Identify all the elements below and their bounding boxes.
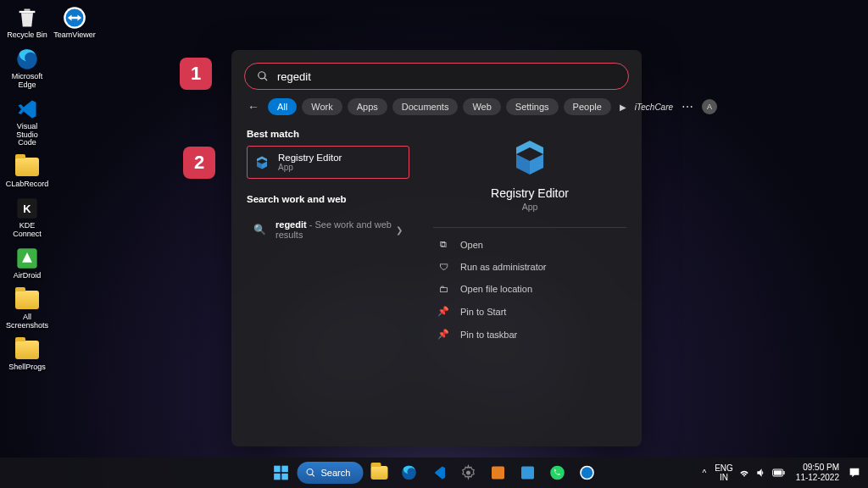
language-indicator[interactable]: ENGIN [715,463,733,482]
icon-label: KDE Connect [7,222,47,239]
pin-icon: 📌 [437,306,450,317]
svg-rect-9 [281,474,288,480]
search-results-body: Best match Registry Editor App Search wo… [231,122,642,446]
filter-all[interactable]: All [268,98,297,115]
folder-icon [14,337,40,363]
desktop-icon-teamviewer[interactable]: TeamViewer [53,3,97,42]
action-run-admin[interactable]: 🛡Run as administrator [433,256,626,278]
svg-rect-8 [274,474,281,480]
svg-point-11 [466,471,470,475]
registry-editor-large-icon [509,137,550,178]
taskbar-center: Search [268,459,601,486]
desktop-icons-col2: TeamViewer [53,3,97,42]
web-search-text: regedit - See work and web results [275,219,396,240]
more-options-button[interactable]: ⋯ [682,100,693,114]
folder-icon [14,287,40,313]
action-pin-taskbar[interactable]: 📌Pin to taskbar [433,323,626,346]
icon-label: All Screenshots [6,313,48,330]
system-tray-expand[interactable]: ^ [698,465,709,481]
open-icon: ⧉ [437,239,450,250]
best-match-title: Registry Editor [278,152,342,163]
best-match-header: Best match [247,129,409,139]
chevron-right-icon: ❯ [396,225,403,235]
icon-label: Visual Studio Code [7,123,47,148]
vscode-icon [14,97,40,122]
svg-point-14 [550,466,565,480]
taskbar-app1[interactable] [485,459,512,486]
desktop-icon-kde-connect[interactable]: K KDE Connect [5,194,49,241]
taskbar-settings[interactable] [455,459,482,486]
taskbar-search-button[interactable]: Search [298,462,364,484]
action-pin-start[interactable]: 📌Pin to Start [433,300,626,323]
filter-settings[interactable]: Settings [506,98,559,115]
svg-rect-12 [492,467,504,480]
filter-more-arrow[interactable]: ▶ [616,103,630,112]
annotation-step-2: 2 [183,147,215,179]
user-avatar[interactable]: A [702,99,717,114]
desktop-icon-all-screenshots[interactable]: All Screenshots [5,286,49,332]
clock[interactable]: 09:50 PM11-12-2022 [796,463,839,483]
airdroid-icon [14,246,40,271]
svg-rect-19 [774,470,782,474]
taskbar-explorer[interactable] [366,459,393,486]
filter-web[interactable]: Web [463,98,500,115]
battery-icon[interactable] [772,468,786,478]
icon-label: ShellProgs [8,363,46,372]
back-button[interactable]: ← [244,98,263,115]
taskbar-right: ^ ENGIN 09:50 PM11-12-2022 [698,463,868,483]
work-web-header: Search work and web [247,194,409,204]
desktop-icon-vscode[interactable]: Visual Studio Code [5,95,49,150]
search-icon: 🔍 [253,224,265,236]
filter-apps[interactable]: Apps [348,98,387,115]
taskbar-vscode[interactable] [426,459,453,486]
svg-rect-13 [521,467,534,480]
registry-editor-icon [254,155,270,170]
desktop-icons-col1: Recycle Bin Microsoft Edge Visual Studio… [5,3,49,374]
taskbar-whatsapp[interactable] [544,459,571,486]
search-preview-pane: Registry Editor App ⧉Open 🛡Run as admini… [418,122,642,446]
folder-icon [14,154,40,180]
desktop-icon-airdroid[interactable]: AirDroid [5,244,49,282]
taskbar: Search ^ ENGIN 09:50 PM11-12-2022 [0,458,868,488]
svg-rect-7 [281,466,288,473]
desktop-icon-recycle-bin[interactable]: Recycle Bin [5,3,49,42]
search-icon [257,70,269,82]
filter-people[interactable]: People [564,98,611,115]
volume-icon[interactable] [755,467,767,479]
pin-icon: 📌 [437,329,450,340]
icon-label: CLabRecord [6,180,49,189]
search-input-container[interactable] [244,63,629,90]
search-input[interactable] [277,70,616,83]
start-button[interactable] [268,459,295,486]
kde-icon: K [14,196,40,221]
taskbar-teamviewer[interactable] [574,459,601,486]
shield-icon: 🛡 [437,262,450,272]
icon-label: AirDroid [14,272,42,280]
desktop-icon-clabrecord[interactable]: CLabRecord [5,152,49,191]
notification-icon[interactable] [848,466,861,480]
action-open[interactable]: ⧉Open [433,233,626,256]
preview-title: Registry Editor [433,186,626,200]
best-match-subtitle: App [278,163,342,172]
taskbar-edge[interactable] [396,459,423,486]
brand-label: iTechCare [635,103,673,112]
annotation-step-1: 1 [180,58,212,90]
edge-icon [14,47,40,72]
icon-label: Microsoft Edge [7,73,47,90]
filter-work[interactable]: Work [302,98,342,115]
search-filter-row: ← All Work Apps Documents Web Settings P… [231,90,642,122]
best-match-registry-editor[interactable]: Registry Editor App [247,146,409,179]
teamviewer-icon [62,5,87,30]
windows-search-panel: ← All Work Apps Documents Web Settings P… [231,50,642,446]
web-search-item[interactable]: 🔍 regedit - See work and web results ❯ [247,211,409,248]
icon-label: TeamViewer [53,31,95,40]
preview-subtitle: App [433,202,626,212]
action-open-location[interactable]: 🗀Open file location [433,278,626,300]
wifi-icon[interactable] [738,467,750,479]
desktop-icon-edge[interactable]: Microsoft Edge [5,45,49,92]
divider [433,227,626,228]
svg-text:K: K [23,202,31,215]
desktop-icon-shellprogs[interactable]: ShellProgs [5,336,49,374]
filter-documents[interactable]: Documents [392,98,459,115]
taskbar-app2[interactable] [515,459,542,486]
